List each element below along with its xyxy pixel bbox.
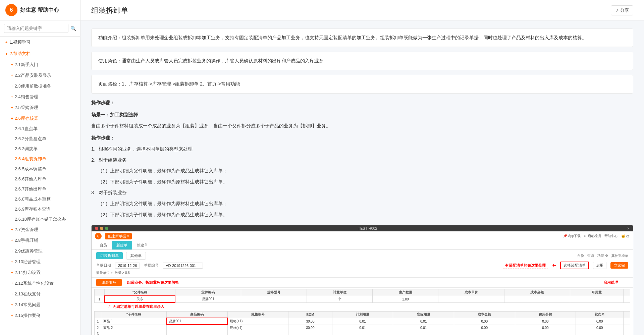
ss-type-selector[interactable]: 组装业务: [96, 279, 122, 286]
nav-item-2-6-2[interactable]: 2.6.2分量盘点单: [0, 134, 80, 144]
nav-item-2-2[interactable]: +2.2产品安装及登录: [0, 70, 80, 81]
nav-item-2-6-1[interactable]: 2.6.1盘点单: [0, 124, 80, 134]
search-button[interactable]: 🔍: [70, 26, 76, 31]
ss-bom-btn[interactable]: 选择装配清单: [560, 262, 589, 269]
step3-1-text: （1）上部明细为父件明细，最终作为原材料生成其它出库单；: [91, 199, 633, 208]
role-box: 使用角色：通常由生产人员或库管人员完成拆装业务的操作，库管人员确认原材料的出库和…: [91, 52, 633, 70]
step2-text: 2、对于组装业务: [91, 156, 633, 165]
ss-tab-home[interactable]: 自员: [95, 241, 112, 249]
nav-list: + 1.视频学习 ● 2.帮助文档 +2.1新手入门 +2.2产品安装及登录 +…: [0, 37, 80, 335]
intro-text: 功能介绍：组装拆卸单用来处理企业组装或拆卸等加工业务，支持有固定装配清单的产品加…: [98, 34, 626, 42]
steps-title: 操作步骤：: [91, 98, 633, 107]
nav-item-2-8[interactable]: +2.8手机旺铺: [0, 235, 80, 246]
ss-tab-new[interactable]: 新建单: [112, 241, 132, 249]
expand-icon: +: [5, 40, 7, 44]
step2-1-text: （1）上部明细为父件明细，最终作为产成品生成其它入库单；: [91, 166, 633, 175]
expand-icon-docs: ●: [5, 52, 8, 56]
nav-item-docs[interactable]: ● 2.帮助文档: [0, 48, 80, 59]
ss-type-other[interactable]: 其他单: [126, 252, 146, 260]
ss-type-assemble[interactable]: 组装拆卸单: [96, 252, 123, 259]
scene1-title: 场景一：加工类型选择: [91, 110, 633, 119]
nav-item-2-14[interactable]: +2.14常见问题: [0, 299, 80, 310]
nav-item-2-1[interactable]: +2.1新手入门: [0, 59, 80, 70]
nav-item-2-9[interactable]: +2.9优惠券管理: [0, 246, 80, 257]
scene1-intro: 当由多个子件材料组装成一个成品的业务为【组装】业务，当由一个父件拆分成多个子产品…: [91, 121, 633, 130]
nav-item-2-6-5[interactable]: 2.6.5成本调整单: [0, 164, 80, 174]
nav-item-2-6-6[interactable]: 2.6.6其他入库单: [0, 174, 80, 184]
nav-label-video: 1.视频学习: [9, 39, 31, 45]
main-content: 功能介绍：组装拆卸单用来处理企业组装或拆卸等加工业务，支持有固定装配清单的产品加…: [80, 20, 644, 335]
nav-item-2-6[interactable]: ●2.6库存核算: [0, 113, 80, 124]
nav-item-2-7[interactable]: +2.7资金管理: [0, 224, 80, 235]
sidebar-header: 6 好生意 帮助中心: [0, 0, 80, 20]
search-box: 🔍: [0, 20, 80, 37]
logo-text: 好生意 帮助中心: [20, 7, 59, 14]
ss-type-label: 组装业务: [102, 280, 116, 285]
intro-box: 功能介绍：组装拆卸单用来处理企业组装或拆卸等加工业务，支持有固定装配清单的产品加…: [91, 29, 633, 47]
search-input[interactable]: [4, 24, 68, 33]
ss-annotation2: 组装业务、拆卸业务在这里切换: [127, 280, 179, 285]
path-text: 页面路径：1、库存核算->库存管理->组装拆卸单 2、首页->常用功能: [98, 80, 626, 88]
ss-annotation3: 启用处理: [603, 280, 618, 285]
nav-item-2-3[interactable]: +2.3使用前数据准备: [0, 81, 80, 92]
expand-icon-2-1: +: [11, 62, 13, 67]
ss-enable-btn[interactable]: 启用: [593, 262, 606, 269]
nav-item-video[interactable]: + 1.视频学习: [0, 37, 80, 48]
nav-item-2-6-3[interactable]: 2.6.3调拨单: [0, 144, 80, 154]
ss-order-input[interactable]: AD-20191226-001: [163, 263, 203, 269]
steps-section: 操作步骤： 场景一：加工类型选择 当由多个子件材料组装成一个成品的业务为【组装】…: [91, 98, 633, 219]
ss-new-btn[interactable]: 创建新单据 ▾: [105, 233, 132, 239]
nav-item-2-13[interactable]: +2.13在线支付: [0, 289, 80, 299]
step1-text: 1、根据不同的业务，选择不同单据的类型来处理: [91, 145, 633, 154]
nav-item-2-15[interactable]: +2.15操作案例: [0, 310, 80, 321]
ss-annotation4: 无固定清单可以组装在这里录入: [113, 304, 164, 309]
nav-item-2-4[interactable]: +2.4销售管理: [0, 92, 80, 102]
main-header: 组装拆卸单 ↗ 分享: [80, 0, 644, 20]
nav-item-2-6-8[interactable]: 2.6.8商品成本重算: [0, 194, 80, 204]
ss-tab-new2[interactable]: 新建单: [132, 241, 153, 249]
main-area: 组装拆卸单 ↗ 分享 功能介绍：组装拆卸单用来处理企业组装或拆卸等加工业务，支持…: [80, 0, 644, 335]
ss-date-input[interactable]: 2019-12-26: [115, 263, 140, 269]
screenshot-container: TEST-H002 ✕ 6 创建新单据 ▾ 📌 App下载 ⊙ 启动检测 帮助中…: [91, 225, 633, 335]
nav-item-2-11[interactable]: +2.11打印设置: [0, 267, 80, 278]
share-label: 分享: [620, 7, 629, 13]
step3-2-text: （2）下部明细为子件明细，最终作为产成品生成其它入库单。: [91, 210, 633, 219]
nav-item-2-12[interactable]: +2.12系统个性化设置: [0, 278, 80, 289]
role-text: 使用角色：通常由生产人员或库管人员完成拆装业务的操作，库管人员确认原材料的出库和…: [98, 57, 626, 65]
step3-text: 3、对于拆装业务: [91, 188, 633, 197]
nav-item-2-6-9[interactable]: 2.6.9库存账本查询: [0, 204, 80, 214]
nav-item-2-6-4[interactable]: 2.6.4组装拆卸单: [0, 154, 80, 164]
share-button[interactable]: ↗ 分享: [611, 5, 633, 15]
nav-item-2-6-7[interactable]: 2.6.7其他出库单: [0, 184, 80, 194]
page-title: 组装拆卸单: [91, 5, 128, 20]
share-icon: ↗: [615, 8, 619, 13]
nav-item-2-5[interactable]: +2.5采购管理: [0, 102, 80, 113]
nav-label-docs: 2.帮助文档: [10, 51, 31, 57]
nav-item-2-10[interactable]: +2.10经营管理: [0, 257, 80, 267]
ss-complete-btn[interactable]: 立家完: [610, 262, 628, 269]
ss-annotation1: 有装配清单的在这里处理: [503, 262, 548, 269]
step2-2-text: （2）下部明细为子件明细，最终作为原材料生成其它出库单。: [91, 177, 633, 186]
nav-item-2-6-10[interactable]: 2.6.10库存账本错了怎么办: [0, 214, 80, 224]
logo-icon: 6: [5, 4, 17, 16]
sidebar: 6 好生意 帮助中心 🔍 + 1.视频学习 ● 2.帮助文档 +2.1新手入门 …: [0, 0, 80, 335]
screenshot-title: TEST-H002: [358, 226, 377, 230]
ops-title: 操作步骤：: [91, 133, 633, 143]
path-box: 页面路径：1、库存核算->库存管理->组装拆卸单 2、首页->常用功能: [91, 75, 633, 93]
